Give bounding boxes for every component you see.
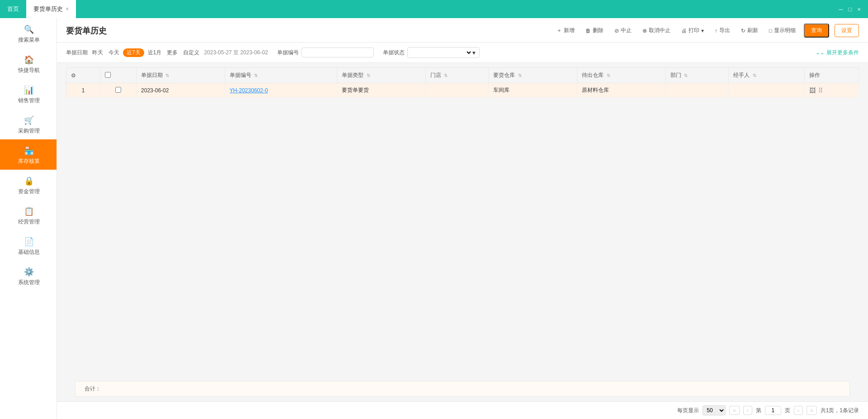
- row-pending-warehouse: 原材料仓库: [577, 83, 666, 98]
- date-btn-more[interactable]: 更多: [165, 48, 179, 57]
- export-label: 导出: [719, 27, 730, 34]
- tab-home-label: 首页: [7, 5, 19, 13]
- th-handler-label: 经手人: [733, 72, 750, 78]
- last-page-button[interactable]: »: [807, 406, 817, 415]
- total-label: 共1页，1条记录: [821, 407, 859, 414]
- settings-button[interactable]: 设置: [835, 24, 859, 37]
- doc-status-select[interactable]: [411, 49, 472, 56]
- filter-row: 单据日期 昨天 今天 近7天 近1月 更多 自定义 2023-05-27 至 2…: [66, 47, 859, 58]
- date-btn-yesterday[interactable]: 昨天: [90, 48, 105, 57]
- page-unit-label: 页: [785, 407, 790, 414]
- row-seq: 1: [66, 83, 100, 98]
- maximize-icon[interactable]: □: [849, 6, 852, 13]
- row-checkbox[interactable]: [115, 87, 121, 93]
- cancel-stop-button[interactable]: ⊗ 取消中止: [640, 25, 673, 36]
- th-department-label: 部门: [670, 72, 681, 78]
- select-all-checkbox[interactable]: [105, 72, 111, 78]
- sidebar-item-operations-mgmt[interactable]: 📋 经营管理: [0, 200, 57, 230]
- doc-status-select-wrapper[interactable]: ▾: [407, 47, 480, 58]
- th-doc-type[interactable]: 单据类型 ⇅: [337, 68, 426, 83]
- page-label: 第: [756, 407, 761, 414]
- sidebar-item-system-mgmt[interactable]: ⚙️ 系统管理: [0, 261, 57, 291]
- th-doc-date[interactable]: 单据日期 ⇅: [137, 68, 225, 83]
- next-page-button[interactable]: ›: [794, 406, 803, 415]
- sidebar-item-search-menu[interactable]: 🔍 搜索菜单: [0, 18, 57, 48]
- sort-req-warehouse-icon: ⇅: [518, 73, 522, 78]
- more-action-icon[interactable]: ⠿: [818, 87, 823, 94]
- row-doc-type: 要货单要货: [337, 83, 426, 98]
- print-dropdown-icon: ▾: [701, 28, 704, 34]
- data-table: ⚙ 单据日期 ⇅ 单据编号 ⇅ 单据类型: [66, 67, 859, 98]
- page-title-row: 要货单历史 ＋ 新增 🗑 删除 ⊘ 中止 ⊗: [66, 24, 859, 38]
- doc-date-label: 单据日期: [66, 49, 88, 57]
- bottom-area: 合计：: [57, 381, 868, 401]
- sidebar-label-sales-mgmt: 销售管理: [18, 97, 40, 105]
- date-btn-custom[interactable]: 自定义: [181, 48, 201, 57]
- table-wrapper: ⚙ 单据日期 ⇅ 单据编号 ⇅ 单据类型: [57, 63, 868, 381]
- th-doc-no-label: 单据编号: [230, 72, 251, 78]
- tab-close-icon[interactable]: ×: [66, 6, 69, 12]
- view-action-icon[interactable]: 🖼: [809, 87, 816, 94]
- date-btn-today[interactable]: 今天: [107, 48, 121, 57]
- doc-no-input[interactable]: [302, 48, 374, 57]
- expand-filter-button[interactable]: ⌄⌄ 展开更多条件: [816, 49, 859, 57]
- tab-home[interactable]: 首页: [0, 0, 26, 18]
- th-settings[interactable]: ⚙: [66, 68, 100, 83]
- row-doc-no[interactable]: YH-20230602-0: [225, 83, 337, 98]
- query-button[interactable]: 查询: [804, 24, 829, 38]
- sidebar-label-purchase-mgmt: 采购管理: [18, 127, 40, 135]
- delete-button[interactable]: 🗑 删除: [583, 25, 606, 36]
- row-store: [426, 83, 489, 98]
- sidebar-item-inventory[interactable]: 🏪 库存核算: [0, 139, 57, 170]
- sidebar-item-purchase-mgmt[interactable]: 🛒 采购管理: [0, 109, 57, 139]
- th-department[interactable]: 部门 ⇅: [666, 68, 729, 83]
- first-page-button[interactable]: «: [729, 406, 740, 415]
- sidebar-label-basic-info: 基础信息: [18, 248, 40, 256]
- show-detail-button[interactable]: □ 显示明细: [766, 25, 798, 36]
- th-req-warehouse[interactable]: 要货仓库 ⇅: [489, 68, 577, 83]
- new-label: 新增: [564, 27, 575, 34]
- delete-icon: 🗑: [585, 28, 591, 34]
- search-menu-icon: 🔍: [24, 24, 34, 34]
- filter-area: 单据日期 昨天 今天 近7天 近1月 更多 自定义 2023-05-27 至 2…: [57, 43, 868, 63]
- th-pending-warehouse[interactable]: 待出仓库 ⇅: [577, 68, 666, 83]
- th-handler[interactable]: 经手人 ⇅: [729, 68, 805, 83]
- sidebar-label-inventory: 库存核算: [18, 157, 40, 165]
- th-store[interactable]: 门店 ⇅: [426, 68, 489, 83]
- sidebar-item-finance-mgmt[interactable]: 🔒 资金管理: [0, 170, 57, 200]
- th-pending-warehouse-label: 待出仓库: [582, 72, 604, 78]
- page-input[interactable]: [765, 406, 781, 415]
- row-checkbox-cell[interactable]: [100, 83, 137, 98]
- sidebar-item-quick-nav[interactable]: 🏠 快捷导航: [0, 48, 57, 79]
- print-label: 打印: [689, 27, 699, 34]
- export-button[interactable]: ↑ 导出: [712, 25, 733, 36]
- minimize-icon[interactable]: ─: [839, 6, 843, 13]
- tab-requisition-history[interactable]: 要货单历史 ×: [26, 0, 76, 18]
- prev-page-button[interactable]: ‹: [743, 406, 752, 415]
- close-nav-icon[interactable]: ×: [857, 6, 861, 13]
- new-icon: ＋: [557, 27, 562, 34]
- refresh-button[interactable]: ↻ 刷新: [738, 25, 761, 36]
- row-handler: [729, 83, 805, 98]
- sidebar-item-basic-info[interactable]: 📄 基础信息: [0, 230, 57, 261]
- sort-pending-warehouse-icon: ⇅: [607, 73, 610, 78]
- stop-button[interactable]: ⊘ 中止: [612, 25, 634, 36]
- row-doc-no-link[interactable]: YH-20230602-0: [230, 87, 268, 94]
- print-icon: 🖨: [681, 28, 687, 34]
- sidebar-label-finance-mgmt: 资金管理: [18, 188, 40, 195]
- print-button[interactable]: 🖨 打印 ▾: [679, 25, 707, 36]
- date-btn-1month[interactable]: 近1月: [146, 48, 164, 57]
- per-page-select[interactable]: 50 100: [703, 405, 726, 415]
- th-doc-no[interactable]: 单据编号 ⇅: [225, 68, 337, 83]
- date-range-display: 2023-05-27 至 2023-06-02: [204, 49, 268, 57]
- sidebar-item-sales-mgmt[interactable]: 📊 销售管理: [0, 79, 57, 109]
- table-body: 1 2023-06-02 YH-20230602-0 要货单要货 车间库 原材料…: [66, 83, 859, 98]
- table-row[interactable]: 1 2023-06-02 YH-20230602-0 要货单要货 车间库 原材料…: [66, 83, 859, 98]
- summary-label: 合计：: [85, 385, 101, 393]
- sidebar-label-system-mgmt: 系统管理: [18, 279, 40, 286]
- system-mgmt-icon: ⚙️: [24, 267, 34, 277]
- quick-nav-icon: 🏠: [24, 55, 34, 65]
- query-label: 查询: [811, 27, 822, 34]
- date-btn-7days[interactable]: 近7天: [123, 48, 144, 57]
- new-button[interactable]: ＋ 新增: [554, 25, 577, 36]
